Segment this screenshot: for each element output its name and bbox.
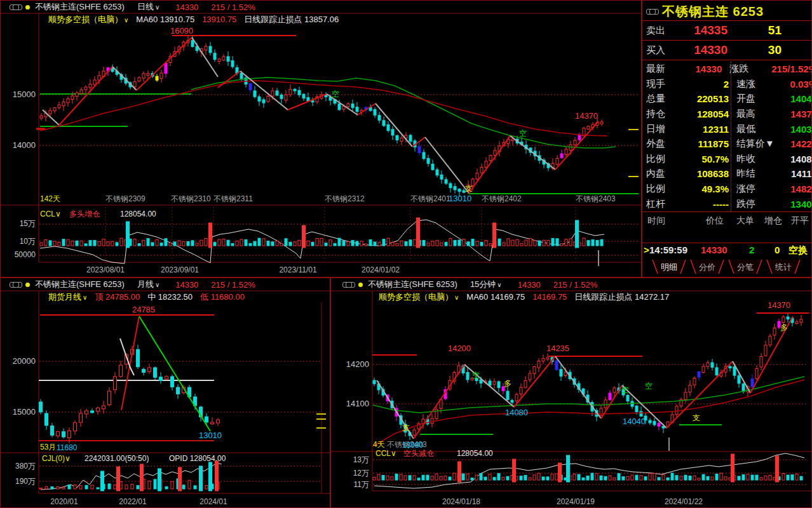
chevron-down-icon: ∨ <box>155 281 159 288</box>
link-icon[interactable] <box>10 4 19 10</box>
monthly-top: 顶 24785.00 <box>95 291 140 303</box>
divider <box>642 243 811 243</box>
chevron-down-icon: ∨ <box>454 294 459 301</box>
chart-label: 不锈钢2310 <box>171 194 211 203</box>
frame-and-levels <box>331 291 811 491</box>
monthly-indicator-selector[interactable]: 期货月线∨ <box>48 291 87 303</box>
tab-分笔[interactable]: 分笔 <box>737 262 754 272</box>
stat-label: 最高 <box>736 108 782 120</box>
gridlines <box>373 364 808 485</box>
chart-label: 不锈钢2312 <box>325 194 365 203</box>
daily-chart-canvas: 16090143701500014000142天不锈钢2309不锈钢2310不锈… <box>1 1 641 277</box>
stat-label: 涨停 <box>736 183 782 195</box>
monthly-chart-canvas: 2478513010200001500053月11680CJL(0)∨22420… <box>1 278 330 507</box>
chart-label: 空 <box>332 90 339 98</box>
chart-label: 空 <box>472 371 480 380</box>
chart-label: 14200 <box>346 359 369 369</box>
chart-label: 15000 <box>13 407 36 417</box>
link-icon[interactable] <box>342 282 352 288</box>
chart-label: OPID 128054.00 <box>169 454 226 463</box>
stat-label: 比例 <box>642 153 684 165</box>
chart-label: 2024/01/19 <box>557 497 595 506</box>
stat-row: 比例50.7%昨收14080 <box>642 152 811 167</box>
m15-period-selector[interactable]: 15分钟∨ <box>470 279 502 290</box>
tick-time: 14:59:59 <box>649 244 687 255</box>
stat-row: 现手2速涨0.03% <box>642 77 811 92</box>
lines <box>373 316 804 488</box>
tick-type: 空换 <box>788 244 808 257</box>
link-icon[interactable] <box>10 282 19 288</box>
chart-label: CJL(0)∨ <box>42 454 71 463</box>
chart-label: 2242031.00(50:50) <box>85 454 149 463</box>
divider <box>642 211 811 212</box>
bid-qty: 30 <box>727 43 782 57</box>
monthly-chart-panel: 2478513010200001500053月11680CJL(0)∨22420… <box>0 277 330 508</box>
ask-row[interactable]: 卖出 14335 51 <box>642 21 811 40</box>
stat-label: 昨收 <box>736 153 782 165</box>
daily-ma60: MA60 13910.75 <box>136 15 194 24</box>
ask-price: 14335 <box>677 23 727 37</box>
monthly-low: 低 11680.00 <box>200 291 245 303</box>
stat-value: 215/1.52% <box>771 64 812 74</box>
m15-chart-canvas: 142001423514370140801404014200141004天不锈钢… <box>331 278 811 507</box>
link-icon[interactable] <box>646 9 656 15</box>
stat-value: 14040 <box>782 93 812 104</box>
chevron-down-icon: ∨ <box>155 4 159 11</box>
stat-label: 现手 <box>642 78 684 90</box>
stat-row: 比例49.3%涨停14820 <box>642 182 811 197</box>
stat-row: 杠杆-----跌停13405 <box>642 196 811 211</box>
daily-indicator-selector[interactable]: 顺势多空损（电脑）∨ <box>48 14 128 25</box>
chart-label: 4天 <box>373 440 385 449</box>
stat-value: 128054 <box>684 109 729 119</box>
chart-label: 14000 <box>13 140 36 150</box>
chart-labels: 16090143701500014000142天不锈钢2309不锈钢2310不锈… <box>13 26 616 274</box>
daily-change: 215 / 1.52% <box>211 3 255 12</box>
monthly-symbol: 不锈钢主连(SHFE 6253) <box>35 279 125 290</box>
tab-统计[interactable]: 统计 <box>775 262 792 272</box>
chart-label: 13万 <box>353 455 369 464</box>
chart-label: 2023/09/01 <box>161 265 199 274</box>
quote-stats: 最新14330涨跌215/1.52%现手2速涨0.03%总量220513开盘14… <box>642 62 811 211</box>
monthly-period-selector[interactable]: 月线∨ <box>137 279 159 290</box>
chevron-down-icon: ∨ <box>497 281 501 288</box>
linked-dot-icon <box>25 5 30 10</box>
stat-label: 最新 <box>642 63 681 75</box>
daily-period-selector[interactable]: 日线∨ <box>137 1 159 13</box>
bid-row[interactable]: 买入 14330 30 <box>642 41 811 60</box>
chart-label: 空 <box>519 129 527 138</box>
tick-col-header: 增仓 <box>764 215 782 227</box>
quote-panel: 不锈钢主连 6253 卖出 14335 51 买入 14330 30 最新143… <box>642 0 812 277</box>
stat-value: 220513 <box>684 93 729 104</box>
frame-and-levels <box>1 13 641 266</box>
stat-value: 108638 <box>684 168 729 179</box>
chart-label: 53月 <box>40 443 56 451</box>
chart-label: 2022/01 <box>119 497 147 506</box>
m15-ma60-value: 14169.75 <box>532 292 567 302</box>
stat-label: 持仓 <box>642 108 684 120</box>
tick-col-header: 大单 <box>736 215 754 227</box>
stat-value: 111875 <box>684 138 729 149</box>
chart-label: 20000 <box>13 356 36 366</box>
tick-row[interactable]: > 14:59:59 14330 2 0 空换 <box>642 244 811 257</box>
tick-col-header: 价位 <box>706 215 724 227</box>
stat-label: 昨结 <box>736 168 782 180</box>
stat-value: 13405 <box>782 199 812 210</box>
ask-label: 卖出 <box>642 25 677 37</box>
stat-value: 50.7% <box>684 154 729 164</box>
chart-label: 11万 <box>354 480 369 489</box>
chart-label: 10万 <box>20 237 36 246</box>
stat-label: 涨跌 <box>729 63 771 75</box>
tick-bigorder: 2 <box>749 244 754 255</box>
tab-分价[interactable]: 分价 <box>699 262 715 272</box>
tick-col-header: 开平 <box>791 215 809 227</box>
frame-and-levels <box>1 291 330 493</box>
stat-row: 外盘111875结算价▼14225 <box>642 137 811 152</box>
m15-indicator-selector[interactable]: 顺势多空损（电脑）∨ <box>379 291 459 303</box>
chart-label: 12万 <box>353 469 369 478</box>
chart-label: 2023/11/01 <box>279 265 316 274</box>
stat-value: 14330 <box>681 64 722 74</box>
tab-明细[interactable]: 明细 <box>661 262 677 272</box>
volume-bars <box>40 218 603 248</box>
chart-label: 多头增仓 <box>69 210 100 218</box>
chart-label: 2024/01/02 <box>362 265 400 274</box>
